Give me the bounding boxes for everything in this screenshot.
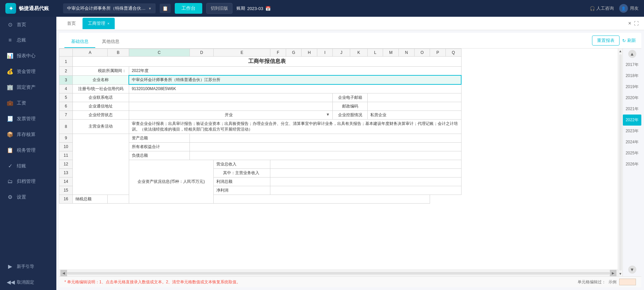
col-header-e[interactable]: E (214, 49, 270, 57)
scroll-right-button[interactable]: ▶ (610, 270, 616, 277)
user-area[interactable]: 👤 用友 (619, 4, 639, 13)
cell-main-revenue-value[interactable] (270, 168, 461, 177)
sub-tab-other[interactable]: 其他信息 (95, 36, 126, 48)
fund-icon: 💰 (7, 68, 13, 75)
col-header-f[interactable]: F (270, 49, 286, 57)
year-item-2025[interactable]: 2025年 (623, 148, 641, 159)
cell-debt-value[interactable] (190, 151, 461, 160)
col-header-n[interactable]: N (399, 49, 415, 57)
refresh-button[interactable]: ↻ 刷新 (622, 38, 636, 44)
sidebar-item-tax[interactable]: 📋 税务管理 (0, 142, 56, 158)
old-version-button[interactable]: 切到旧版 (206, 3, 232, 14)
scroll-track-v[interactable] (619, 54, 622, 271)
spreadsheet-scroll[interactable]: A B C D E F G H I J (59, 49, 618, 270)
year-item-2026[interactable]: 2026年 (623, 159, 641, 170)
cell-postcode[interactable] (367, 102, 461, 111)
cell-equity-value[interactable] (190, 142, 461, 151)
cell-phone[interactable] (129, 93, 333, 102)
cell-tax-value[interactable] (107, 195, 430, 203)
cell-profit-value[interactable] (270, 177, 461, 186)
calendar-icon[interactable]: 📅 (265, 6, 271, 11)
scroll-down-button[interactable]: ▼ (618, 271, 623, 276)
cell-net-profit-value[interactable] (270, 186, 461, 195)
sidebar-item-close[interactable]: ✓ 结账 (0, 158, 56, 174)
col-header-p[interactable]: P (430, 49, 446, 57)
sidebar-item-settings[interactable]: ⚙ 设置 (0, 189, 56, 205)
horizontal-scrollbar[interactable]: ◀ ▶ (59, 270, 618, 276)
cell-revenue-value[interactable] (270, 160, 461, 168)
col-header-c[interactable]: C (129, 49, 190, 57)
expand-window-button[interactable]: ⛶ (634, 20, 639, 26)
row-num: 16 (59, 195, 73, 203)
col-header-i[interactable]: I (317, 49, 333, 57)
sidebar-item-fund[interactable]: 💰 资金管理 (0, 64, 56, 79)
cell-value[interactable]: 2022年度 (129, 67, 461, 76)
company-name: 中审众环会计师事务所（特殊普通合伙… (67, 5, 146, 11)
tab-label: 工商管理 (88, 20, 105, 26)
year-item-2022[interactable]: 2022年 (623, 115, 641, 126)
sidebar-item-ledger[interactable]: ≡ 总账 (0, 32, 56, 48)
title-cell[interactable]: 工商年报信息表 (73, 57, 462, 67)
year-item-2021[interactable]: 2021年 (623, 103, 641, 115)
company-selector[interactable]: 中审众环会计师事务所（特殊普通合伙… ▼ (63, 3, 156, 13)
cell-email[interactable] (367, 93, 461, 102)
col-header-j[interactable]: J (333, 49, 350, 57)
table-row: 7 企业经营状态 开业 ▼ 企业控股情况 私营企业 (59, 111, 462, 119)
scroll-track[interactable] (67, 272, 610, 275)
vertical-scrollbar[interactable]: ▲ ▼ (618, 49, 623, 276)
cell-holding[interactable]: 私营企业 (367, 111, 461, 119)
cell-reg-code[interactable]: 91320100MA208E5W6K (129, 84, 461, 93)
scroll-left-button[interactable]: ◀ (60, 270, 67, 277)
company-dropdown-icon: ▼ (148, 7, 152, 10)
year-panel-down-button[interactable]: ▼ (628, 266, 636, 274)
year-item-2018[interactable]: 2018年 (623, 70, 641, 81)
sidebar-item-archive[interactable]: 🗂 归档管理 (0, 174, 56, 189)
tab-bar: 首页 工商管理 × × ⛶ (56, 17, 644, 30)
col-header-d[interactable]: D (190, 49, 214, 57)
year-item-2020[interactable]: 2020年 (623, 92, 641, 103)
cell-revenue-label: 营业总收入 (214, 160, 270, 168)
col-header-g[interactable]: G (286, 49, 302, 57)
close-window-button[interactable]: × (628, 20, 631, 26)
tab-home[interactable]: 首页 (62, 18, 81, 29)
workbench-button[interactable]: 工作台 (175, 3, 202, 14)
col-header-l[interactable]: L (367, 49, 383, 57)
col-header-a[interactable]: A (73, 49, 108, 57)
sub-tab-basic[interactable]: 基础信息 (64, 36, 95, 48)
cell-biz-activity[interactable]: 审查企业会计报表；出具审计报告；验证企业资本；出具验资报告；办理企业合并、分立、… (129, 119, 461, 134)
year-item-2017[interactable]: 2017年 (623, 59, 641, 70)
year-item-2024[interactable]: 2024年 (623, 137, 641, 148)
col-header-q[interactable]: Q (445, 49, 461, 57)
cell-postcode-label: 邮政编码 (333, 102, 368, 111)
cell-asset-value[interactable] (190, 134, 461, 142)
sidebar-item-invoice[interactable]: 🧾 发票管理 (0, 111, 56, 127)
sidebar-item-inventory[interactable]: 📦 库存核算 (0, 127, 56, 142)
year-item-2023[interactable]: 2023年 (623, 126, 641, 137)
table-row: 4 注册号/统一社会信用代码 91320100MA208E5W6K (59, 84, 462, 93)
sidebar-item-newbie[interactable]: ▶ 新手引导 (0, 259, 56, 274)
cell-status[interactable]: 开业 ▼ (129, 111, 333, 119)
sidebar-item-label: 报表中心 (17, 53, 36, 59)
col-header-o[interactable]: O (414, 49, 430, 57)
sidebar-item-label: 首页 (17, 22, 26, 28)
col-header-k[interactable]: K (350, 49, 368, 57)
year-item-2019[interactable]: 2019年 (623, 81, 641, 92)
tab-industrial[interactable]: 工商管理 × (83, 18, 115, 29)
sidebar-item-report[interactable]: 📊 报表中心 (0, 48, 56, 64)
sidebar-item-unpin[interactable]: ◀◀ 取消固定 (0, 274, 56, 290)
copy-button[interactable]: 📋 (160, 4, 171, 13)
sidebar-item-home[interactable]: ⊙ 首页 (0, 17, 56, 32)
year-panel-up-button[interactable]: ▲ (628, 50, 636, 58)
col-header-b[interactable]: B (107, 49, 129, 57)
sidebar-item-wage[interactable]: 💼 工资 (0, 95, 56, 111)
cell-company-name[interactable]: 中审众环会计师事务所（特殊普通合伙）江苏分所 (129, 75, 461, 84)
scroll-up-button[interactable]: ▲ (618, 49, 623, 54)
col-header-m[interactable]: M (383, 49, 399, 57)
sidebar-item-asset[interactable]: 🏢 固定资产 (0, 79, 56, 95)
tab-close-icon[interactable]: × (107, 21, 109, 25)
col-header-h[interactable]: H (302, 49, 317, 57)
cell-address[interactable] (129, 102, 333, 111)
reset-table-button[interactable]: 重置报表 (592, 35, 620, 46)
table-row: 8 主营业务活动 审查企业会计报表；出具审计报告；验证企业资本；出具验资报告；办… (59, 119, 462, 134)
help-button[interactable]: 🎧 人工咨询 (590, 5, 614, 11)
